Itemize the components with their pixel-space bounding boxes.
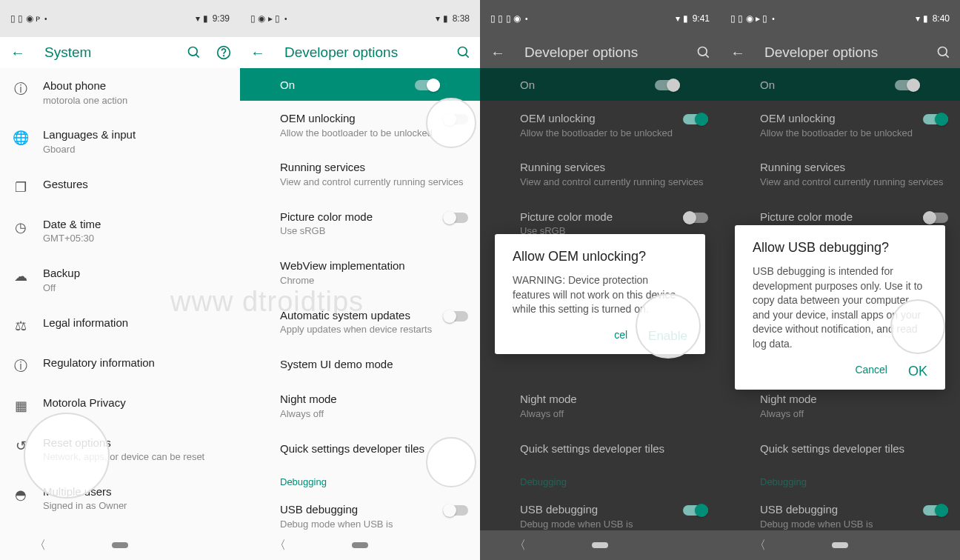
highlight-circle	[890, 299, 945, 354]
nav-back[interactable]: 〈	[258, 538, 302, 553]
status-bar: ▯ ▯ ◉ ▸ ▯• ▾ ▮8:40	[720, 0, 960, 37]
toggle-oem[interactable]	[683, 113, 708, 126]
item-backup[interactable]: ☁BackupOff	[0, 256, 240, 304]
nav-home[interactable]	[818, 542, 862, 548]
ok-button[interactable]: OK	[908, 364, 927, 379]
clock-icon: ◷	[12, 219, 30, 236]
nav-back[interactable]: 〈	[18, 538, 62, 553]
item-languages[interactable]: 🌐Languages & inputGboard	[0, 117, 240, 166]
toggle-picture[interactable]	[923, 211, 948, 224]
page-title: Developer options	[764, 44, 936, 61]
cloud-icon: ☁	[12, 267, 30, 285]
toggle-picture[interactable]	[443, 211, 468, 224]
toggle-auto[interactable]	[443, 310, 468, 323]
back-icon[interactable]: ←	[489, 44, 507, 61]
highlight-circle	[426, 98, 476, 148]
highlight-circle	[636, 293, 701, 359]
info-icon: ⓘ	[12, 357, 30, 375]
page-title: Developer options	[284, 44, 456, 61]
item-privacy[interactable]: ▦Motorola Privacy	[0, 385, 240, 425]
back-icon[interactable]: ←	[729, 44, 747, 61]
item-about-phone[interactable]: ⓘAbout phonemotorola one action	[0, 68, 240, 117]
cancel-button[interactable]: Cancel	[855, 364, 887, 379]
item-night-mode[interactable]: Night modeAlways off	[240, 381, 480, 430]
item-legal[interactable]: ⚖Legal information	[0, 305, 240, 345]
item-quick-settings-tiles[interactable]: Quick settings developer tiles	[720, 431, 960, 467]
item-running-services[interactable]: Running servicesView and control current…	[480, 150, 720, 199]
item-developer-options[interactable]: { }Developer options	[0, 523, 240, 530]
item-date-time[interactable]: ◷Date & timeGMT+05:30	[0, 207, 240, 256]
item-usb-debugging[interactable]: USB debuggingDebug mode when USB is conn…	[240, 492, 480, 530]
highlight-circle	[24, 413, 110, 499]
person-icon: ◓	[12, 486, 30, 504]
nav-home[interactable]	[338, 542, 382, 548]
search-icon[interactable]	[456, 45, 471, 60]
nav-bar: 〈	[0, 530, 240, 560]
nav-home[interactable]	[578, 542, 622, 548]
cancel-button[interactable]: cel	[614, 329, 627, 344]
item-regulatory[interactable]: ⓘRegulatory information	[0, 345, 240, 385]
item-running-services[interactable]: Running servicesView and control current…	[240, 150, 480, 199]
grid-icon: ▦	[12, 397, 30, 415]
balance-icon: ⚖	[12, 317, 30, 335]
item-oem-unlocking[interactable]: OEM unlockingAllow the bootloader to be …	[480, 101, 720, 150]
nav-bar: 〈	[240, 530, 480, 560]
svg-point-8	[939, 47, 947, 56]
item-running-services[interactable]: Running servicesView and control current…	[720, 150, 960, 199]
nav-back[interactable]: 〈	[498, 538, 542, 553]
item-webview[interactable]: WebView implementationChrome	[240, 248, 480, 297]
nav-home[interactable]	[98, 542, 142, 548]
item-usb-debugging[interactable]: USB debuggingDebug mode when USB is conn…	[720, 492, 960, 530]
nav-bar: 〈	[720, 530, 960, 560]
app-bar: ← System	[0, 37, 240, 68]
item-gestures[interactable]: ❐Gestures	[0, 167, 240, 207]
svg-point-6	[699, 47, 707, 56]
page-title: Developer options	[524, 44, 696, 61]
item-oem-unlocking[interactable]: OEM unlockingAllow the bootloader to be …	[720, 101, 960, 150]
page-title: System	[44, 44, 187, 61]
svg-line-5	[466, 55, 469, 58]
toggle-oem[interactable]	[923, 113, 948, 126]
app-bar: ← Developer options	[720, 37, 960, 68]
back-icon[interactable]: ←	[9, 44, 27, 61]
status-bar: ▯ ▯ ◉ ᴘ• ▾ ▮9:39	[0, 0, 240, 37]
item-usb-debugging[interactable]: USB debuggingDebug mode when USB is conn…	[480, 492, 720, 530]
toggle-usb[interactable]	[443, 504, 468, 517]
back-icon[interactable]: ←	[249, 44, 267, 61]
nav-bar: 〈	[480, 530, 720, 560]
item-picture-color[interactable]: Picture color modeUse sRGB	[240, 199, 480, 248]
svg-line-9	[946, 55, 949, 58]
globe-icon: 🌐	[12, 129, 30, 147]
search-icon[interactable]	[187, 45, 201, 60]
help-icon[interactable]	[216, 45, 231, 60]
item-auto-updates[interactable]: Automatic system updatesApply updates wh…	[240, 298, 480, 347]
toggle-usb[interactable]	[683, 504, 708, 517]
highlight-circle	[426, 437, 476, 487]
svg-point-3	[224, 56, 224, 56]
master-switch[interactable]: On	[240, 68, 480, 101]
app-bar: ← Developer options	[240, 37, 480, 68]
search-icon[interactable]	[696, 45, 711, 60]
dialog-title: Allow USB debugging?	[753, 240, 927, 256]
toggle-picture[interactable]	[683, 211, 708, 224]
dialog-title: Allow OEM unlocking?	[513, 249, 687, 264]
search-icon[interactable]	[936, 45, 951, 60]
item-demo-mode[interactable]: System UI demo mode	[240, 347, 480, 382]
nav-back[interactable]: 〈	[738, 538, 782, 553]
app-bar: ← Developer options	[480, 37, 720, 68]
status-bar: ▯ ◉ ▸ ▯• ▾ ▮8:38	[240, 0, 480, 37]
status-bar: ▯ ▯ ▯ ◉• ▾ ▮9:41	[480, 0, 720, 37]
gestures-icon: ❐	[12, 179, 30, 196]
svg-line-1	[196, 55, 199, 58]
svg-point-4	[459, 47, 467, 56]
item-night-mode[interactable]: Night modeAlways off	[480, 381, 720, 430]
info-icon: ⓘ	[12, 80, 30, 98]
item-quick-settings-tiles[interactable]: Quick settings developer tiles	[480, 431, 720, 467]
svg-point-0	[189, 47, 198, 56]
svg-line-7	[706, 55, 709, 58]
toggle-usb[interactable]	[923, 504, 948, 517]
